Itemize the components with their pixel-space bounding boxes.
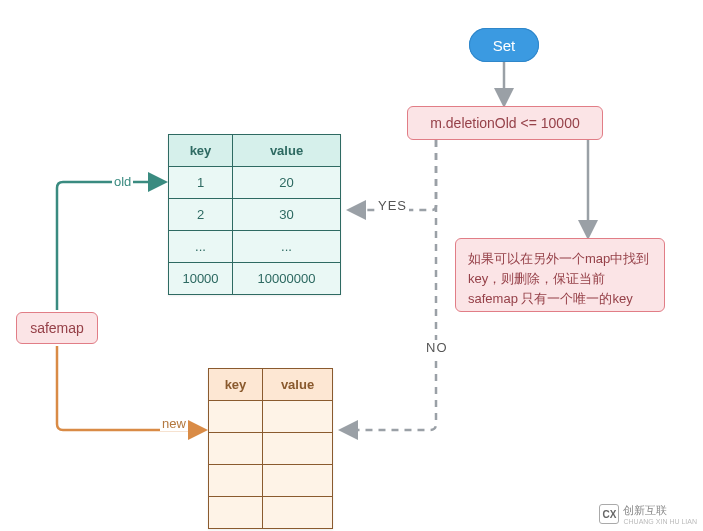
old-header-value: value	[233, 135, 341, 167]
watermark-brand: 创新互联	[623, 504, 667, 516]
safemap-node: safemap	[16, 312, 98, 344]
decision-label: m.deletionOld <= 10000	[430, 115, 579, 131]
table-row	[209, 401, 333, 433]
table-row: 2 30	[169, 199, 341, 231]
table-row: 10000 10000000	[169, 263, 341, 295]
edge-label-yes: YES	[376, 198, 409, 213]
edge-label-no: NO	[424, 340, 450, 355]
table-row: ... ...	[169, 231, 341, 263]
table-row	[209, 465, 333, 497]
note-text: 如果可以在另外一个map中找到 key，则删除，保证当前safemap 只有一个…	[468, 251, 649, 306]
old-map-table: key value 1 20 2 30 ... ... 10000	[168, 134, 341, 295]
safemap-label: safemap	[30, 320, 84, 336]
start-node: Set	[469, 28, 539, 62]
edge-label-new: new	[160, 416, 188, 431]
new-map-table: key value	[208, 368, 333, 529]
new-header-key: key	[209, 369, 263, 401]
watermark: CX 创新互联 CHUANG XIN HU LIAN	[599, 503, 697, 525]
start-label: Set	[493, 37, 516, 54]
note-box: 如果可以在另外一个map中找到 key，则删除，保证当前safemap 只有一个…	[455, 238, 665, 312]
table-row	[209, 433, 333, 465]
watermark-logo-icon: CX	[599, 504, 619, 524]
new-header-value: value	[263, 369, 333, 401]
watermark-sub: CHUANG XIN HU LIAN	[623, 518, 697, 525]
decision-node: m.deletionOld <= 10000	[407, 106, 603, 140]
edge-label-old: old	[112, 174, 133, 189]
table-row	[209, 497, 333, 529]
old-header-key: key	[169, 135, 233, 167]
table-row: 1 20	[169, 167, 341, 199]
